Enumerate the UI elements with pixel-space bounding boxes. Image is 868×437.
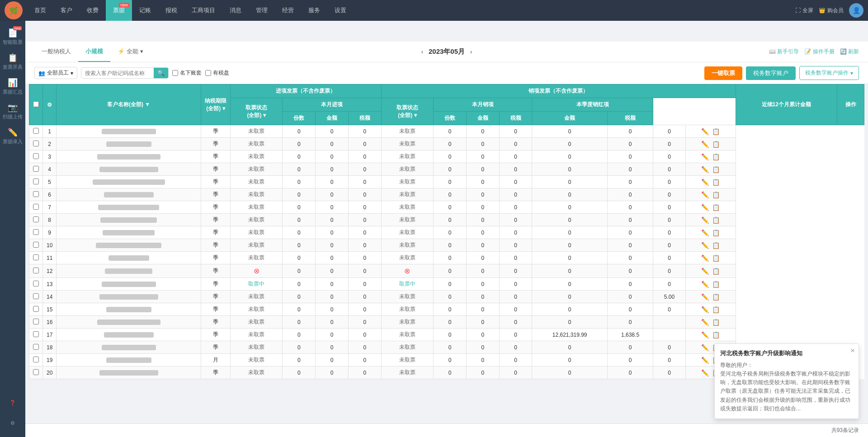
copy-btn[interactable]: 📋 xyxy=(712,191,720,198)
row-checkbox[interactable] xyxy=(33,204,39,210)
copy-btn[interactable]: 📋 xyxy=(712,128,720,135)
edit-btn[interactable]: ✏️ xyxy=(701,268,709,275)
edit-btn[interactable]: ✏️ xyxy=(701,319,709,326)
sub-account-checkbox[interactable]: 名下账套 xyxy=(172,69,202,77)
row-checkbox[interactable] xyxy=(33,191,39,197)
nav-fees[interactable]: 收费 xyxy=(80,0,106,21)
copy-btn[interactable]: 📋 xyxy=(712,242,720,249)
nav-business[interactable]: 工商项目 xyxy=(184,0,222,21)
search-button[interactable]: 🔍 xyxy=(154,68,168,78)
edit-btn[interactable]: ✏️ xyxy=(701,204,709,211)
row-checkbox[interactable] xyxy=(33,306,39,312)
edit-btn[interactable]: ✏️ xyxy=(701,281,709,288)
copy-btn[interactable]: 📋 xyxy=(712,281,720,288)
sidebar-item-invoice-issue[interactable]: 📋 发票开具 xyxy=(0,49,25,74)
member-btn[interactable]: 👑 购会员 xyxy=(819,7,844,14)
has-tax-disc-checkbox[interactable]: 有税盘 xyxy=(205,69,229,77)
sidebar-item-invoice-summary[interactable]: 📊 票据汇总 xyxy=(0,74,25,99)
edit-btn[interactable]: ✏️ xyxy=(701,191,709,198)
copy-btn[interactable]: 📋 xyxy=(712,179,720,186)
digital-tax-account-btn[interactable]: 税务数字账户 xyxy=(746,66,796,80)
sidebar-help[interactable]: ❓ xyxy=(9,396,16,409)
fullscreen-btn[interactable]: ⛶ 全屏 xyxy=(795,7,813,14)
notification-close-btn[interactable]: ✕ xyxy=(850,348,855,354)
out-status-filter-icon[interactable]: ▾ xyxy=(414,112,417,118)
nav-service[interactable]: 服务 xyxy=(301,0,327,21)
period-prev-btn[interactable]: ‹ xyxy=(421,49,423,55)
digital-tax-ops-btn[interactable]: 税务数字账户操作 ▾ xyxy=(799,66,859,80)
edit-btn[interactable]: ✏️ xyxy=(701,242,709,249)
edit-btn[interactable]: ✏️ xyxy=(701,229,709,236)
row-checkbox[interactable] xyxy=(33,254,39,260)
edit-btn[interactable]: ✏️ xyxy=(701,344,709,351)
nav-client[interactable]: 客户 xyxy=(53,0,80,21)
tab-small-scale[interactable]: 小规模 xyxy=(78,42,110,62)
nav-tax[interactable]: 报税 xyxy=(158,0,184,21)
period-next-btn[interactable]: › xyxy=(470,49,472,55)
row-checkbox[interactable] xyxy=(33,242,39,248)
sidebar-item-invoice-entry[interactable]: ✏️ 票据录入 xyxy=(0,124,25,149)
refresh-link[interactable]: 🔄 刷新 xyxy=(840,48,859,56)
copy-btn[interactable]: 📋 xyxy=(712,254,720,262)
edit-btn[interactable]: ✏️ xyxy=(701,153,709,160)
nav-home[interactable]: 首页 xyxy=(27,0,53,21)
sidebar-item-smart-ticket[interactable]: 📄 智能取票 new xyxy=(0,24,25,49)
copy-btn[interactable]: 📋 xyxy=(712,229,720,236)
tab-all-capable[interactable]: ⚡ 全能 ▾ xyxy=(110,42,151,62)
edit-btn[interactable]: ✏️ xyxy=(701,293,709,301)
avatar[interactable]: 👤 xyxy=(849,3,863,18)
edit-btn[interactable]: ✏️ xyxy=(701,128,709,135)
row-checkbox[interactable] xyxy=(33,344,39,350)
row-checkbox[interactable] xyxy=(33,141,39,146)
manual-link[interactable]: 📝 操作手册 xyxy=(804,48,834,56)
select-all-checkbox[interactable] xyxy=(33,101,39,107)
copy-btn[interactable]: 📋 xyxy=(712,293,720,301)
new-guide-link[interactable]: 📖 新手引导 xyxy=(769,48,799,56)
copy-btn[interactable]: 📋 xyxy=(712,306,720,313)
copy-btn[interactable]: 📋 xyxy=(712,319,720,326)
nav-message[interactable]: 消息 xyxy=(222,0,249,21)
row-checkbox[interactable] xyxy=(33,331,39,337)
edit-btn[interactable]: ✏️ xyxy=(701,357,709,364)
search-input[interactable] xyxy=(81,68,154,78)
row-checkbox[interactable] xyxy=(33,369,39,375)
edit-btn[interactable]: ✏️ xyxy=(701,216,709,224)
copy-btn[interactable]: 📋 xyxy=(712,331,720,338)
edit-btn[interactable]: ✏️ xyxy=(701,306,709,313)
row-checkbox[interactable] xyxy=(33,153,39,159)
nav-accounting[interactable]: 记账 xyxy=(132,0,158,21)
sidebar-item-scan-upload[interactable]: 📷 扫描上传 xyxy=(0,99,25,124)
edit-btn[interactable]: ✏️ xyxy=(701,179,709,186)
one-click-fetch-btn[interactable]: 一键取票 xyxy=(704,66,742,80)
copy-btn[interactable]: 📋 xyxy=(712,166,720,173)
row-checkbox[interactable] xyxy=(33,357,39,362)
nav-manage[interactable]: 管理 xyxy=(249,0,275,21)
nav-operation[interactable]: 经营 xyxy=(275,0,301,21)
copy-btn[interactable]: 📋 xyxy=(712,153,720,160)
copy-btn[interactable]: 📋 xyxy=(712,216,720,224)
edit-btn[interactable]: ✏️ xyxy=(701,254,709,262)
nav-invoice[interactable]: 票据 new xyxy=(106,0,132,21)
row-checkbox[interactable] xyxy=(33,216,39,222)
copy-btn[interactable]: 📋 xyxy=(712,268,720,275)
employee-select[interactable]: 👥 全部员工 ▾ xyxy=(34,67,77,79)
nav-settings[interactable]: 设置 xyxy=(327,0,354,21)
edit-btn[interactable]: ✏️ xyxy=(701,141,709,148)
sidebar-settings-bottom[interactable]: ⚙ xyxy=(9,417,16,430)
edit-btn[interactable]: ✏️ xyxy=(701,331,709,338)
row-checkbox[interactable] xyxy=(33,128,39,134)
row-checkbox[interactable] xyxy=(33,179,39,184)
row-checkbox[interactable] xyxy=(33,229,39,235)
row-checkbox[interactable] xyxy=(33,281,39,287)
row-checkbox[interactable] xyxy=(33,166,39,172)
tab-general-taxpayer[interactable]: 一般纳税人 xyxy=(34,42,78,62)
in-status-filter-icon[interactable]: ▾ xyxy=(263,112,266,118)
copy-btn[interactable]: 📋 xyxy=(712,204,720,211)
row-checkbox[interactable] xyxy=(33,319,39,324)
edit-btn[interactable]: ✏️ xyxy=(701,166,709,173)
edit-btn[interactable]: ✏️ xyxy=(701,369,709,376)
filter-icon[interactable]: ▾ xyxy=(222,105,225,112)
copy-btn[interactable]: 📋 xyxy=(712,141,720,148)
row-checkbox[interactable] xyxy=(33,268,39,273)
row-checkbox[interactable] xyxy=(33,293,39,299)
